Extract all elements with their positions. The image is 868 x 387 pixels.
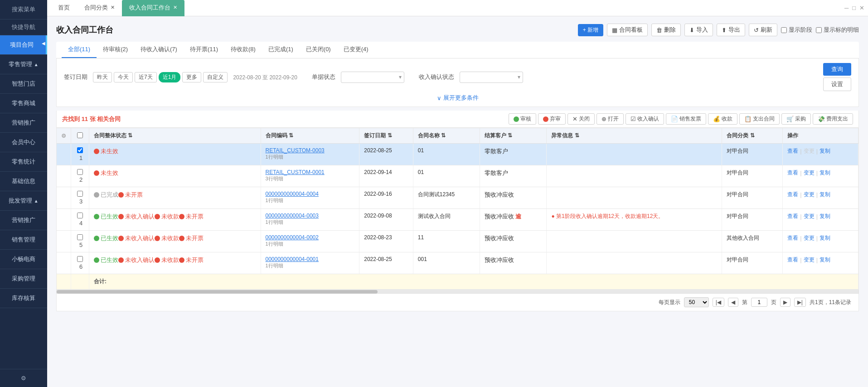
row-checkbox[interactable] xyxy=(77,234,83,240)
sales-invoice-button[interactable]: 📄销售发票 xyxy=(666,113,706,125)
sidebar-item-retail-stat[interactable]: 零售统计 xyxy=(0,152,47,172)
contract-code-link[interactable]: 0000000000004-0004 xyxy=(266,191,355,197)
date-btn-today[interactable]: 今天 xyxy=(114,72,133,82)
op-btn-变更[interactable]: 变更 xyxy=(804,234,815,242)
op-btn-复制[interactable]: 复制 xyxy=(820,169,830,177)
minimize-icon[interactable]: ─ xyxy=(844,5,849,11)
sidebar-item-stock[interactable]: 库存核算 xyxy=(0,289,47,308)
op-btn-变更[interactable]: 变更 xyxy=(804,169,815,177)
tab-home[interactable]: 首页 xyxy=(51,0,77,16)
op-btn-查看[interactable]: 查看 xyxy=(787,169,798,177)
delete-button[interactable]: 🗑 删除 xyxy=(651,24,681,36)
op-btn-复制[interactable]: 复制 xyxy=(820,234,830,242)
sidebar-item-member[interactable]: 会员中心 xyxy=(0,133,47,152)
contract-code-link[interactable]: RETAIL_CUSTOM-0003 xyxy=(266,147,355,154)
op-btn-查看[interactable]: 查看 xyxy=(787,147,798,155)
op-btn-查看[interactable]: 查看 xyxy=(787,256,798,264)
show-stages-checkbox[interactable]: 显示阶段 xyxy=(781,26,812,34)
last-page-btn[interactable]: ▶| xyxy=(794,298,806,307)
op-btn-变更[interactable]: 变更 xyxy=(804,191,815,198)
op-btn-复制[interactable]: 复制 xyxy=(820,256,830,264)
date-btn-custom[interactable]: 自定义 xyxy=(203,72,228,82)
payment-button[interactable]: 💰收款 xyxy=(708,113,737,125)
filter-tab-all[interactable]: 全部(11) xyxy=(62,42,97,58)
contract-code-link[interactable]: 0000000000004-0002 xyxy=(266,234,355,241)
row-checkbox[interactable] xyxy=(77,191,83,197)
op-btn-查看[interactable]: 查看 xyxy=(787,234,798,242)
expense-contract-button[interactable]: 📋支出合同 xyxy=(739,113,780,125)
sidebar-item-sales[interactable]: 销售管理 xyxy=(0,230,47,250)
sidebar-item-xiaochang[interactable]: 小畅电商 xyxy=(0,250,47,269)
close-icon[interactable]: ✕ xyxy=(173,5,177,10)
op-btn-变更[interactable]: 变更 xyxy=(804,256,815,264)
date-btn-last1month[interactable]: 近1月 xyxy=(159,72,181,82)
row-checkbox[interactable] xyxy=(77,169,83,175)
add-button[interactable]: + 新增 xyxy=(578,24,603,36)
close-icon[interactable]: ✕ xyxy=(111,5,115,10)
filter-tab-changed[interactable]: 已变更(4) xyxy=(337,42,375,58)
income-confirm-button[interactable]: ☑收入确认 xyxy=(626,113,664,125)
contract-board-button[interactable]: ▦ 合同看板 xyxy=(607,24,648,36)
per-page-select[interactable]: 10 20 50 100 xyxy=(684,297,709,307)
setting-button[interactable]: 设置 xyxy=(823,77,851,91)
sidebar-search[interactable]: 搜索菜单 xyxy=(0,0,47,19)
tab-contract-type[interactable]: 合同分类 ✕ xyxy=(77,0,122,16)
contract-code-link[interactable]: 0000000000004-0003 xyxy=(266,213,355,219)
sidebar-item-wholesale[interactable]: 批发管理 ▲ xyxy=(0,191,47,211)
filter-tab-pending-income[interactable]: 待收入确认(7) xyxy=(134,42,184,58)
next-page-btn[interactable]: ▶ xyxy=(780,298,790,307)
sidebar-item-retail-mgmt[interactable]: 零售管理 ▲ xyxy=(0,55,47,74)
op-btn-变更[interactable]: 变更 xyxy=(804,213,815,220)
expense-out-button[interactable]: 💸费用支出 xyxy=(813,113,853,125)
sidebar-item-marketing[interactable]: 营销推广 xyxy=(0,113,47,133)
open-contract-button[interactable]: ⊕打开 xyxy=(596,113,624,125)
export-button[interactable]: ⬆ 导出 xyxy=(717,24,745,36)
maximize-icon[interactable]: □ xyxy=(852,5,856,11)
filter-tab-closed[interactable]: 已关闭(0) xyxy=(300,42,337,58)
op-btn-复制[interactable]: 复制 xyxy=(820,213,830,220)
sidebar-nav[interactable]: 快捷导航 xyxy=(0,19,47,35)
doc-status-select[interactable] xyxy=(341,72,404,83)
abandon-review-button[interactable]: 弃审 xyxy=(538,113,566,125)
page-input[interactable] xyxy=(751,298,767,307)
refresh-button[interactable]: ↺ 刷新 xyxy=(749,24,777,36)
horizontal-scrollbar[interactable] xyxy=(56,290,859,294)
contract-code-link[interactable]: 0000000000004-0001 xyxy=(266,256,355,262)
op-btn-查看[interactable]: 查看 xyxy=(787,213,798,220)
col-settings[interactable]: ⚙ xyxy=(57,128,71,144)
date-btn-more[interactable]: 更多 xyxy=(182,72,201,82)
close-window-icon[interactable]: ✕ xyxy=(859,5,864,11)
review-button[interactable]: 审核 xyxy=(509,113,536,125)
sidebar-item-purchase[interactable]: 采购管理 xyxy=(0,269,47,289)
date-btn-yesterday[interactable]: 昨天 xyxy=(93,72,112,82)
sidebar-item-marketing2[interactable]: 营销推广 xyxy=(0,211,47,230)
filter-tab-completed[interactable]: 已完成(1) xyxy=(262,42,300,58)
first-page-btn[interactable]: |◀ xyxy=(713,298,724,307)
income-confirm-select[interactable] xyxy=(460,72,523,83)
contract-code-link[interactable]: RETAIL_CUSTOM-0001 xyxy=(266,169,355,175)
tab-income-contract[interactable]: 收入合同工作台 ✕ xyxy=(122,0,184,16)
purchase-button[interactable]: 🛒采购 xyxy=(781,113,811,125)
scrollbar-thumb[interactable] xyxy=(57,290,378,294)
op-btn-查看[interactable]: 查看 xyxy=(787,191,798,198)
prev-page-btn[interactable]: ◀ xyxy=(728,298,738,307)
filter-tab-pending-review[interactable]: 待审核(2) xyxy=(97,42,134,58)
row-checkbox[interactable] xyxy=(77,213,83,218)
sidebar-item-basic-info[interactable]: 基础信息 xyxy=(0,172,47,191)
query-button[interactable]: 查询 xyxy=(823,63,851,76)
filter-tab-pending-payment[interactable]: 待收款(8) xyxy=(224,42,262,58)
filter-tab-pending-invoice[interactable]: 待开票(11) xyxy=(184,42,224,58)
sidebar-item-retail-mall[interactable]: 零售商城 xyxy=(0,94,47,113)
select-all-checkbox[interactable] xyxy=(77,132,83,138)
import-button[interactable]: ⬇ 导入 xyxy=(684,24,713,36)
sidebar-item-smart-store[interactable]: 智慧门店 xyxy=(0,74,47,94)
sidebar-settings[interactable]: ⚙ xyxy=(0,369,47,387)
row-checkbox[interactable] xyxy=(77,256,83,262)
date-btn-last7[interactable]: 近7天 xyxy=(135,72,157,82)
show-details-checkbox[interactable]: 显示标的明细 xyxy=(816,26,859,34)
expand-more-btn[interactable]: ∨ 展开更多条件 xyxy=(64,94,851,102)
sidebar-item-project[interactable]: 项目合同 ◀ xyxy=(0,35,47,55)
op-btn-复制[interactable]: 复制 xyxy=(820,147,830,155)
close-contract-button[interactable]: ✕关闭 xyxy=(567,113,595,125)
row-checkbox[interactable] xyxy=(77,147,83,153)
